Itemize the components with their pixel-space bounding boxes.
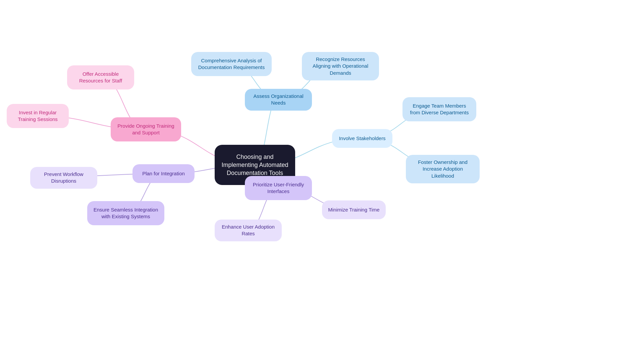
node-invest[interactable]: Invest in Regular Training Sessions (7, 104, 69, 128)
node-foster[interactable]: Foster Ownership and Increase Adoption L… (406, 155, 480, 183)
node-engage[interactable]: Engage Team Members from Diverse Departm… (402, 97, 476, 121)
node-minimize[interactable]: Minimize Training Time (322, 200, 386, 219)
node-prioritize[interactable]: Prioritize User-Friendly Interfaces (245, 176, 312, 200)
node-recognize[interactable]: Recognize Resources Aligning with Operat… (302, 52, 379, 80)
node-ensure[interactable]: Ensure Seamless Integration with Existin… (87, 201, 164, 225)
node-enhance[interactable]: Enhance User Adoption Rates (215, 220, 282, 241)
node-plan[interactable]: Plan for Integration (132, 164, 195, 183)
node-provide[interactable]: Provide Ongoing Training and Support (111, 117, 181, 141)
node-comprehensive[interactable]: Comprehensive Analysis of Documentation … (191, 52, 272, 76)
mind-map: Choosing and Implementing Automated Docu… (0, 0, 644, 363)
node-assess[interactable]: Assess Organizational Needs (245, 89, 312, 111)
node-involve[interactable]: Involve Stakeholders (332, 129, 392, 148)
node-prevent[interactable]: Prevent Workflow Disruptions (30, 167, 97, 189)
node-offer[interactable]: Offer Accessible Resources for Staff (67, 65, 134, 89)
